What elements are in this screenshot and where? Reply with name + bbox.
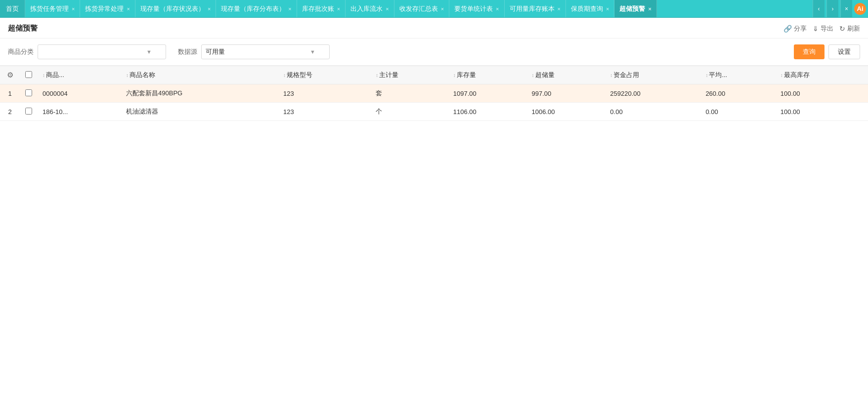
max-stock-column-header: ↕ 最高库存 — [776, 66, 868, 84]
row-checkbox[interactable] — [25, 89, 32, 96]
nav-tab-inout[interactable]: 出入库流水 × — [346, 0, 394, 18]
home-tab-label: 首页 — [6, 4, 19, 13]
header-actions: 🔗 分享 ⇓ 导出 ↻ 刷新 — [783, 24, 860, 33]
order-stat-tab-label: 要货单统计表 — [454, 4, 493, 13]
stock-column-header: ↕ 库存量 — [448, 66, 527, 84]
nav-tab-home[interactable]: 首页 — [0, 0, 25, 18]
row-checkbox[interactable] — [25, 108, 32, 115]
datasource-dropdown-icon: ▼ — [310, 49, 315, 55]
row-overstock: 997.00 — [527, 84, 606, 103]
capital-sort-icon[interactable]: ↕ — [610, 73, 612, 78]
nav-tab-overstock[interactable]: 超储预警 × — [614, 0, 656, 18]
table-row: 1 0000004 六配套新昌490BPG 123 套 1097.00 997.… — [0, 84, 868, 103]
inventory-status-tab-close[interactable]: × — [208, 6, 211, 12]
row-number: 2 — [0, 103, 20, 121]
unit-column-header: ↕ 主计量 — [371, 66, 448, 84]
avg-column-header: ↕ 平均... — [700, 66, 775, 84]
nav-tab-inventory-status[interactable]: 现存量（库存状况表） × — [135, 0, 216, 18]
task-tab-label: 拣货任务管理 — [30, 4, 69, 13]
nav-controls: ‹ › × Ai — [813, 0, 868, 18]
row-name: 机油滤清器 — [121, 103, 278, 121]
spec-sort-icon[interactable]: ↕ — [283, 73, 286, 78]
settings-button[interactable]: 设置 — [828, 44, 860, 59]
table-body: 1 0000004 六配套新昌490BPG 123 套 1097.00 997.… — [0, 84, 868, 121]
page-title: 超储预警 — [8, 24, 38, 33]
row-avg: 0.00 — [700, 103, 775, 121]
row-stock: 1097.00 — [448, 84, 527, 103]
refresh-button[interactable]: ↻ 刷新 — [839, 24, 860, 33]
available-tab-close[interactable]: × — [558, 6, 561, 12]
collection-tab-close[interactable]: × — [441, 6, 444, 12]
filter-buttons: 查询 设置 — [794, 44, 860, 59]
code-sort-icon[interactable]: ↕ — [43, 73, 45, 78]
nav-tab-inventory-dist[interactable]: 现存量（库存分布表） × — [216, 0, 297, 18]
datasource-select[interactable]: 可用量 ▼ — [201, 44, 330, 59]
inventory-dist-tab-close[interactable]: × — [288, 6, 291, 12]
category-select[interactable]: ▼ — [38, 44, 166, 59]
task-tab-close[interactable]: × — [72, 6, 75, 12]
nav-left-arrow[interactable]: ‹ — [813, 0, 825, 18]
row-spec: 123 — [278, 84, 371, 103]
inventory-dist-tab-label: 现存量（库存分布表） — [221, 4, 285, 13]
table-header-row: ⚙ ↕ 商品... ↕ 商品名称 — [0, 66, 868, 84]
unit-sort-icon[interactable]: ↕ — [376, 73, 378, 78]
category-label: 商品分类 — [8, 47, 34, 56]
overstock-tab-close[interactable]: × — [648, 6, 651, 12]
row-capital: 0.00 — [605, 103, 700, 121]
nav-bar: 首页 拣货任务管理 × 拣货异常处理 × 现存量（库存状况表） × 现存量（库存… — [0, 0, 868, 18]
overstock-tab-label: 超储预警 — [619, 4, 645, 13]
share-button[interactable]: 🔗 分享 — [783, 24, 807, 33]
batch-tab-close[interactable]: × — [337, 6, 340, 12]
share-icon: 🔗 — [783, 25, 792, 33]
avatar[interactable]: Ai — [854, 3, 866, 15]
nav-tab-order-stat[interactable]: 要货单统计表 × — [449, 0, 504, 18]
code-column-header: ↕ 商品... — [38, 66, 121, 84]
nav-tab-abnormal[interactable]: 拣货异常处理 × — [80, 0, 135, 18]
expiry-tab-label: 保质期查询 — [571, 4, 603, 13]
gear-icon[interactable]: ⚙ — [7, 71, 13, 79]
inout-tab-label: 出入库流水 — [350, 4, 383, 13]
row-code: 0000004 — [38, 84, 121, 103]
row-capital: 259220.00 — [605, 84, 700, 103]
row-max-stock: 100.00 — [776, 84, 868, 103]
filter-bar: 商品分类 ▼ 数据源 可用量 ▼ 查询 设置 — [0, 39, 868, 66]
nav-tab-expiry[interactable]: 保质期查询 × — [566, 0, 614, 18]
data-table: ⚙ ↕ 商品... ↕ 商品名称 — [0, 66, 868, 121]
name-column-header: ↕ 商品名称 — [121, 66, 278, 84]
row-spec: 123 — [278, 103, 371, 121]
order-stat-tab-close[interactable]: × — [496, 6, 499, 12]
nav-more-arrow[interactable]: × — [840, 0, 852, 18]
export-button[interactable]: ⇓ 导出 — [813, 24, 833, 33]
avg-sort-icon[interactable]: ↕ — [705, 73, 708, 78]
settings-column-header: ⚙ — [0, 66, 20, 84]
row-unit: 个 — [371, 103, 448, 121]
page-header: 超储预警 🔗 分享 ⇓ 导出 ↻ 刷新 — [0, 18, 868, 39]
max-stock-sort-icon[interactable]: ↕ — [781, 73, 783, 78]
row-code: 186-10... — [38, 103, 121, 121]
checkbox-column-header — [20, 66, 38, 84]
nav-right-arrow[interactable]: › — [826, 0, 838, 18]
inventory-status-tab-label: 现存量（库存状况表） — [140, 4, 205, 13]
nav-tab-task[interactable]: 拣货任务管理 × — [25, 0, 80, 18]
inout-tab-close[interactable]: × — [386, 6, 389, 12]
row-checkbox-cell — [20, 84, 38, 103]
table-row: 2 186-10... 机油滤清器 123 个 1106.00 1006.00 … — [0, 103, 868, 121]
abnormal-tab-label: 拣货异常处理 — [85, 4, 124, 13]
nav-tab-available[interactable]: 可用量库存账本 × — [505, 0, 566, 18]
expiry-tab-close[interactable]: × — [606, 6, 609, 12]
row-checkbox-cell — [20, 103, 38, 121]
abnormal-tab-close[interactable]: × — [127, 6, 130, 12]
page-content: 超储预警 🔗 分享 ⇓ 导出 ↻ 刷新 商品分类 ▼ — [0, 18, 868, 395]
nav-tab-collection[interactable]: 收发存汇总表 × — [394, 0, 449, 18]
name-sort-icon[interactable]: ↕ — [126, 73, 129, 78]
select-all-checkbox[interactable] — [25, 71, 32, 78]
datasource-label: 数据源 — [178, 47, 197, 56]
overstock-sort-icon[interactable]: ↕ — [532, 73, 534, 78]
category-filter: 商品分类 ▼ — [8, 44, 166, 59]
query-button[interactable]: 查询 — [794, 44, 825, 59]
export-icon: ⇓ — [813, 25, 819, 33]
stock-sort-icon[interactable]: ↕ — [453, 73, 456, 78]
nav-tab-batch[interactable]: 库存批次账 × — [297, 0, 346, 18]
row-stock: 1106.00 — [448, 103, 527, 121]
datasource-select-value: 可用量 — [206, 47, 308, 56]
